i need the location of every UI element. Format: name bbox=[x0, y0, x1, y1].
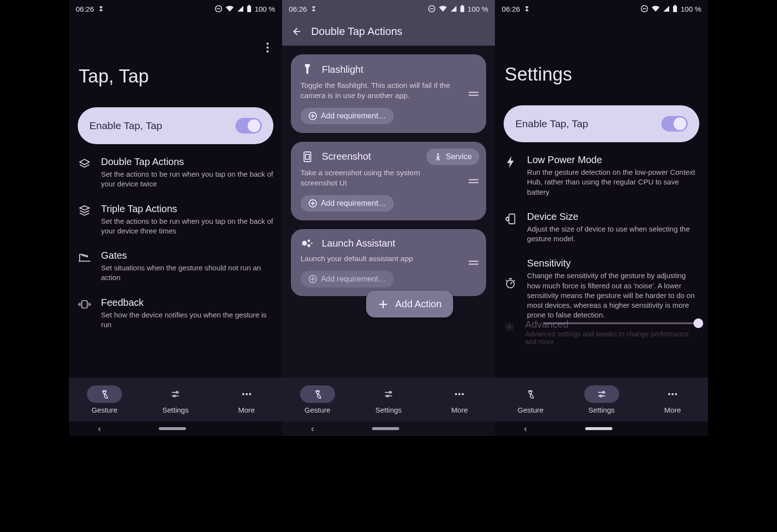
nav-gesture[interactable]: Gesture bbox=[75, 385, 134, 414]
nav-settings[interactable]: Settings bbox=[146, 385, 204, 414]
svg-point-37 bbox=[387, 395, 388, 397]
setting-desc: Change the sensitivity of the gesture by… bbox=[527, 271, 699, 320]
setting-gates[interactable]: Gates Set situations when the gesture sh… bbox=[78, 249, 273, 283]
add-requirement-chip[interactable]: Add requirement… bbox=[301, 195, 394, 212]
back-button[interactable]: ‹ bbox=[524, 424, 527, 434]
action-card-screenshot[interactable]: Service Screenshot Take a screenshot usi… bbox=[291, 142, 487, 220]
status-time: 06:26 bbox=[502, 5, 520, 13]
svg-rect-45 bbox=[509, 214, 515, 224]
svg-rect-42 bbox=[643, 8, 646, 9]
notification-icon bbox=[311, 5, 317, 12]
nav-gesture[interactable]: Gesture bbox=[288, 385, 347, 414]
chip-label: Add requirement… bbox=[321, 199, 386, 208]
nav-label: Settings bbox=[162, 406, 188, 414]
svg-rect-26 bbox=[469, 182, 478, 183]
svg-rect-33 bbox=[469, 264, 478, 265]
setting-desc: Set how the device notifies you when the… bbox=[101, 310, 273, 330]
add-requirement-chip[interactable]: Add requirement… bbox=[301, 108, 394, 124]
svg-point-53 bbox=[672, 393, 674, 395]
action-title: Flashlight bbox=[322, 64, 364, 75]
dnd-icon bbox=[428, 5, 436, 13]
svg-point-28 bbox=[302, 241, 307, 246]
action-card-flashlight[interactable]: Flashlight Toggle the flashlight. This a… bbox=[291, 54, 487, 133]
home-handle[interactable] bbox=[372, 427, 399, 430]
drag-handle-icon[interactable] bbox=[469, 178, 478, 184]
sliders-icon bbox=[596, 389, 607, 399]
setting-sensitivity[interactable]: Sensitivity Change the sensitivity of th… bbox=[504, 257, 699, 320]
setting-double-tap[interactable]: Double Tap Actions Set the actions to be… bbox=[78, 156, 273, 189]
svg-point-50 bbox=[603, 391, 605, 393]
setting-triple-tap[interactable]: Triple Tap Actions Set the actions to be… bbox=[78, 203, 273, 236]
add-requirement-chip[interactable]: Add requirement… bbox=[301, 271, 394, 287]
status-time: 06:26 bbox=[289, 5, 307, 13]
setting-device-size[interactable]: Device Size Adjust the size of device to… bbox=[504, 211, 699, 244]
status-battery: 100 % bbox=[468, 5, 489, 13]
app-bar: Double Tap Actions bbox=[282, 17, 495, 46]
setting-low-power[interactable]: Low Power Mode Run the gesture detection… bbox=[504, 154, 699, 197]
drag-handle-icon[interactable] bbox=[469, 91, 478, 97]
svg-point-52 bbox=[668, 393, 670, 395]
action-card-assistant[interactable]: Launch Assistant Launch your default ass… bbox=[291, 229, 487, 296]
nav-gesture[interactable]: Gesture bbox=[501, 385, 559, 414]
sliders-icon bbox=[170, 389, 181, 399]
overflow-menu-button[interactable] bbox=[258, 38, 277, 57]
nav-label: Gesture bbox=[91, 406, 117, 414]
svg-point-11 bbox=[242, 393, 244, 395]
enable-toggle-switch[interactable] bbox=[661, 116, 688, 132]
system-nav: ‹ bbox=[69, 421, 282, 436]
home-handle[interactable] bbox=[585, 427, 612, 430]
battery-icon bbox=[460, 5, 465, 13]
bottom-nav: Gesture Settings More bbox=[69, 378, 282, 421]
enable-toggle-card[interactable]: Enable Tap, Tap bbox=[78, 107, 273, 144]
add-action-fab[interactable]: Add Action bbox=[366, 291, 454, 317]
svg-point-5 bbox=[266, 47, 268, 49]
svg-rect-32 bbox=[469, 261, 478, 262]
action-title: Screenshot bbox=[322, 151, 371, 162]
nav-label: More bbox=[451, 406, 468, 414]
bottom-nav: Gesture Settings More bbox=[495, 378, 708, 421]
svg-point-35 bbox=[316, 391, 319, 394]
back-button[interactable]: ‹ bbox=[311, 424, 314, 434]
setting-title: Low Power Mode bbox=[527, 154, 699, 166]
back-button[interactable] bbox=[290, 26, 302, 37]
more-icon bbox=[241, 392, 252, 396]
enable-toggle-label: Enable Tap, Tap bbox=[515, 118, 588, 130]
bottom-nav: Gesture Settings More bbox=[282, 378, 495, 421]
sliders-icon bbox=[383, 389, 394, 399]
signal-icon bbox=[237, 5, 244, 12]
svg-rect-1 bbox=[217, 8, 220, 9]
setting-title: Advanced bbox=[525, 319, 699, 330]
nav-label: More bbox=[664, 406, 681, 414]
svg-rect-18 bbox=[305, 64, 310, 66]
system-nav: ‹ bbox=[495, 421, 708, 436]
svg-point-8 bbox=[103, 391, 106, 394]
chip-label: Add requirement… bbox=[321, 112, 386, 120]
svg-rect-24 bbox=[305, 154, 309, 159]
nav-settings[interactable]: Settings bbox=[359, 385, 418, 414]
wifi-icon bbox=[439, 5, 447, 12]
signal-icon bbox=[450, 5, 457, 12]
nav-settings[interactable]: Settings bbox=[573, 385, 631, 414]
battery-icon bbox=[673, 5, 677, 13]
nav-more[interactable]: More bbox=[430, 385, 489, 414]
sensitivity-slider[interactable] bbox=[543, 322, 699, 324]
home-handle[interactable] bbox=[159, 427, 186, 430]
setting-desc: Run the gesture detection on the low-pow… bbox=[527, 167, 699, 197]
nav-more[interactable]: More bbox=[643, 385, 702, 414]
status-bar: 06:26 100 % bbox=[282, 0, 495, 17]
svg-point-51 bbox=[600, 395, 602, 397]
gear-icon bbox=[504, 319, 515, 332]
plus-circle-icon bbox=[308, 112, 317, 120]
enable-toggle-switch[interactable] bbox=[236, 118, 262, 133]
svg-point-38 bbox=[455, 393, 457, 395]
nav-more[interactable]: More bbox=[218, 385, 276, 414]
service-chip[interactable]: Service bbox=[426, 149, 479, 165]
drag-handle-icon[interactable] bbox=[469, 260, 478, 266]
setting-title: Sensitivity bbox=[527, 257, 699, 269]
svg-point-36 bbox=[389, 391, 391, 393]
action-desc: Toggle the flashlight. This action will … bbox=[301, 81, 477, 101]
back-button[interactable]: ‹ bbox=[98, 424, 101, 434]
enable-toggle-card[interactable]: Enable Tap, Tap bbox=[504, 105, 699, 142]
svg-point-40 bbox=[462, 393, 464, 395]
setting-feedback[interactable]: Feedback Set how the device notifies you… bbox=[78, 297, 273, 330]
